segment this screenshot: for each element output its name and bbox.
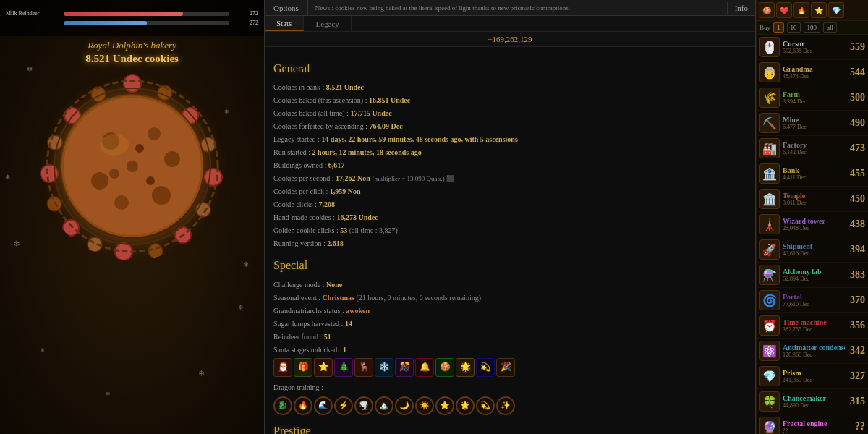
building-cps-11: 382,755 Dec — [783, 326, 845, 333]
santa-icon-12[interactable]: 🎉 — [496, 358, 515, 377]
cookie-count: 8.521 Undec cookies — [0, 53, 264, 65]
building-info-7: Wizard tower 28,048 Dec — [780, 217, 845, 231]
big-cookie[interactable] — [60, 94, 205, 239]
building-item-prism[interactable]: 💎 Prism 141,350 Dec 327 — [757, 364, 868, 389]
building-item-farm[interactable]: 🌾 Farm 3,394 Dec 500 — [757, 85, 868, 111]
stat-golden: Golden cookie clicks : 53 (all time : 3,… — [273, 224, 746, 237]
prestige-title: Prestige — [273, 421, 746, 434]
santa-icon-4[interactable]: 🎄 — [334, 358, 353, 377]
santa-icon-7[interactable]: 🎊 — [395, 358, 414, 377]
building-item-shipment[interactable]: 🚀 Shipment 40,616 Dec 394 — [757, 237, 868, 263]
buy-label: Buy — [760, 24, 770, 31]
tab-stats[interactable]: Stats — [265, 16, 304, 31]
santa-icon-2[interactable]: 🎁 — [294, 358, 312, 377]
stat-cpc: Cookies per click : 1,959 Non — [273, 185, 746, 197]
building-count-3: 490 — [845, 117, 865, 129]
building-item-factory[interactable]: 🏭 Factory 6,142 Dec 473 — [757, 136, 868, 161]
buy-option-100[interactable]: 100 — [804, 22, 821, 33]
building-item-bank[interactable]: 🏦 Bank 4,411 Dec 455 — [757, 161, 868, 187]
building-item-temple[interactable]: 🏛️ Temple 3,011 Dec 450 — [757, 187, 868, 212]
santa-icon-6[interactable]: ❄️ — [375, 358, 393, 377]
building-cps-5: 4,411 Dec — [783, 174, 845, 181]
top-icon-1[interactable]: 🍪 — [759, 2, 775, 18]
building-count-4: 473 — [845, 142, 865, 154]
dragon-icon-2[interactable]: 🔥 — [294, 396, 312, 415]
building-cps-2: 3,394 Dec — [783, 98, 845, 105]
building-icon-15: 🔮 — [760, 417, 780, 434]
building-item-cursor[interactable]: 🖱️ Cursor 502,638 Dec 559 — [757, 35, 868, 60]
building-info-1: Grandma 48,474 Dec — [780, 65, 845, 80]
building-cps-3: 6,477 Dec — [783, 124, 845, 130]
special-title: Special — [273, 255, 746, 275]
stat-clicks: Cookie clicks : 7,208 — [273, 198, 746, 210]
building-icon-7: 🗼 — [760, 214, 780, 234]
svg-point-22 — [164, 151, 180, 167]
building-name-12: Antimatter condenser — [783, 344, 845, 352]
building-name-7: Wizard tower — [783, 217, 845, 225]
stat-bar-row-1: Milk Reindeer 272 — [6, 10, 258, 17]
bar1-fill — [64, 12, 183, 16]
top-icon-3[interactable]: 🔥 — [793, 2, 809, 18]
middle-panel: Options News : cookies now being baked a… — [264, 0, 756, 434]
building-item-grandma[interactable]: 👵 Grandma 48,474 Dec 544 — [757, 60, 868, 85]
building-item-fractal-engine[interactable]: 🔮 Fractal engine ?? ?? — [757, 414, 868, 434]
dragon-icon-9[interactable]: ⭐ — [435, 396, 454, 415]
santa-icon-8[interactable]: 🔔 — [415, 358, 434, 377]
santa-icon-11[interactable]: 💫 — [476, 358, 495, 377]
options-btn[interactable]: Options — [265, 0, 308, 15]
building-item-alchemy-lab[interactable]: ⚗️ Alchemy lab 62,894 Dec 383 — [757, 263, 868, 288]
stat-baked-alltime: Cookies baked (all time) : 17.715 Undec — [273, 107, 746, 119]
santa-icon-9[interactable]: 🍪 — [435, 358, 454, 377]
dragon-icon-1[interactable]: 🐉 — [273, 396, 292, 415]
santa-icon-1[interactable]: 🎅 — [273, 358, 292, 377]
building-item-wizard-tower[interactable]: 🗼 Wizard tower 28,048 Dec 438 — [757, 212, 868, 237]
dragon-icon-4[interactable]: ⚡ — [334, 396, 353, 415]
building-count-2: 500 — [845, 92, 865, 103]
stat-grandma: Grandmatriarchs status : awoken — [273, 305, 746, 317]
stat-lumps: Sugar lumps harvested : 14 — [273, 318, 746, 330]
dragon-icon-3[interactable]: 🌊 — [314, 396, 333, 415]
building-info-12: Antimatter condenser 126,366 Dec — [780, 344, 845, 358]
tab-legacy[interactable]: Legacy — [304, 16, 351, 31]
top-icon-4[interactable]: ⭐ — [811, 2, 827, 18]
dragon-icon-7[interactable]: 🌙 — [395, 396, 414, 415]
santa-icon-10[interactable]: 🌟 — [456, 358, 475, 377]
building-info-2: Farm 3,394 Dec — [780, 90, 845, 105]
building-cps-14: 44,890 Dec — [783, 402, 845, 409]
building-item-mine[interactable]: ⛏️ Mine 6,477 Dec 490 — [757, 111, 868, 136]
svg-point-23 — [152, 186, 171, 205]
building-cps-4: 6,142 Dec — [783, 149, 845, 156]
buy-option-all[interactable]: all — [823, 22, 837, 33]
building-icon-6: 🏛️ — [760, 189, 780, 209]
dragon-icon-11[interactable]: 💫 — [476, 396, 495, 415]
building-count-0: 559 — [845, 41, 865, 53]
top-icon-5[interactable]: 💎 — [828, 2, 844, 18]
buy-option-1[interactable]: 1 — [773, 22, 784, 33]
santa-icon-3[interactable]: ⭐ — [314, 358, 333, 377]
building-icon-13: 💎 — [760, 366, 780, 386]
building-item-time-machine[interactable]: ⏰ Time machine 382,755 Dec 356 — [757, 313, 868, 339]
building-count-9: 383 — [845, 269, 865, 281]
svg-point-0 — [124, 75, 141, 92]
dragon-icon-10[interactable]: 🌟 — [456, 396, 475, 415]
cookie-area[interactable] — [38, 72, 226, 260]
building-item-antimatter-condenser[interactable]: ⚛️ Antimatter condenser 126,366 Dec 342 — [757, 339, 868, 364]
building-cps-6: 3,011 Dec — [783, 200, 845, 206]
top-icon-2[interactable]: ❤️ — [776, 2, 792, 18]
building-icon-10: 🌀 — [760, 290, 780, 310]
buy-option-10[interactable]: 10 — [787, 22, 801, 33]
dragon-training-label: Dragon training : — [273, 381, 746, 393]
dragon-icon-8[interactable]: ☀️ — [415, 396, 434, 415]
building-info-4: Factory 6,142 Dec — [780, 141, 845, 156]
info-btn[interactable]: Info — [727, 2, 755, 14]
dragon-icon-6[interactable]: 🏔️ — [375, 396, 393, 415]
dragon-icon-12[interactable]: ✨ — [496, 396, 515, 415]
svg-point-4 — [205, 169, 222, 186]
building-icon-2: 🌾 — [760, 88, 780, 108]
building-cps-9: 62,894 Dec — [783, 276, 845, 282]
building-name-1: Grandma — [783, 65, 845, 73]
dragon-icon-5[interactable]: 🌪️ — [354, 396, 373, 415]
building-item-chancemaker[interactable]: 🍀 Chancemaker 44,890 Dec 315 — [757, 389, 868, 414]
santa-icon-5[interactable]: 🦌 — [354, 358, 373, 377]
building-item-portal[interactable]: 🌀 Portal 77,610 Dec 370 — [757, 288, 868, 313]
